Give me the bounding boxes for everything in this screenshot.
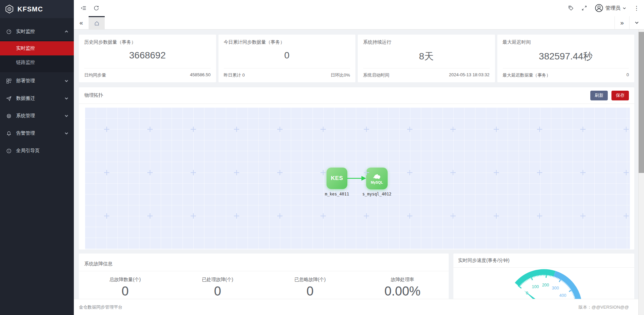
gear-icon [6,113,12,119]
grid-plus-mark [277,213,283,219]
stat-footer-label: 昨日累计 0 [224,72,245,78]
grid-plus-mark [320,213,326,219]
sidebar-item-label: 告警管理 [16,130,64,136]
grid-plus-mark [191,170,196,175]
grid-plus-mark [234,213,239,219]
refresh-icon[interactable] [93,5,99,11]
grid-plus-mark [277,170,283,175]
avatar [595,4,603,12]
fault-stat-total: 总故障数量(个) 0 [79,277,171,299]
sidebar-item-label: 数据搬迁 [16,95,64,101]
stat-footer-label: 系统启动时间 [363,72,389,78]
more-options-icon[interactable]: ⋮ [634,5,639,11]
grid-plus-mark [580,170,586,175]
sync-speed-gauge: 0100200300400 [453,268,634,299]
scrollbar-thumb[interactable] [639,32,644,173]
fullscreen-icon[interactable] [581,5,587,11]
home-icon [94,20,100,26]
tabs-scroll-right-button[interactable]: » [614,16,629,29]
sidebar-item-data-migration[interactable]: 数据搬迁 [0,90,74,107]
topology-panel: 物理拓扑 刷新 保存 KES MySQL m_kes_4011 [79,87,634,250]
node-kes-badge: KES [331,175,343,182]
sidebar-item-label: 实时监控 [16,29,64,35]
grid-plus-mark [320,127,326,132]
node-mysql[interactable]: MySQL [366,168,388,189]
stat-value: 3668692 [84,50,211,68]
fault-stat-label: 总故障数量(个) [79,277,171,283]
tabs-menu-button[interactable] [629,16,644,29]
speedometer-icon [6,29,12,35]
fault-stat-value: 0 [171,284,264,299]
tag-icon[interactable] [568,5,574,11]
grid-plus-mark [234,170,239,175]
chevron-up-icon [64,30,68,34]
grid-plus-mark [624,213,629,219]
grid-plus-mark [537,170,542,175]
grid-plus-mark [407,170,412,175]
grid-plus-mark [580,213,586,219]
sidebar-item-deploy-manage[interactable]: 部署管理 [0,72,74,90]
sidebar-subitem-link-monitor[interactable]: 链路监控 [0,55,74,70]
stat-value: 382597.44秒 [503,50,629,68]
footer-version: 版本：@@VERSION@@ [579,304,629,310]
grid-plus-mark [147,127,153,132]
tabs-scroll-left-button[interactable]: « [74,16,89,29]
chevron-down-icon [64,131,68,135]
svg-text:200: 200 [542,283,549,287]
collapse-menu-icon[interactable] [81,5,87,11]
sidebar-subitem-realtime-monitor[interactable]: 实时监控 [0,41,74,55]
sidebar-subitem-label: 链路监控 [16,59,35,65]
fault-stat-value: 0 [79,284,171,299]
user-menu[interactable]: 管理员 [595,4,626,12]
fault-info-panel: 系统故障信息 总故障数量(个) 0 已处理故障(个) 0 已忽略故障(个) 0 … [79,254,449,299]
bell-icon [6,131,12,136]
fault-stat-label: 已忽略故障(个) [264,277,356,283]
grid-plus-mark [450,213,456,219]
stat-title: 最大延迟时间 [503,39,629,45]
chevron-down-icon [635,20,639,25]
grid-plus-mark [191,127,196,132]
sidebar-item-label: 全局引导页 [16,148,68,154]
grid-plus-mark [104,170,109,175]
grid-plus-mark [104,127,109,132]
svg-text:300: 300 [552,286,559,290]
tab-home[interactable] [89,16,105,29]
stat-footer-value: 458586.50 [190,72,210,78]
fault-stat-handled: 已处理故障(个) 0 [171,277,264,299]
sidebar-item-realtime-monitor[interactable]: 实时监控 [0,23,74,40]
topology-canvas[interactable]: KES MySQL m_kes_4011 s_mysql_4012 [85,107,630,249]
gauge-chart: 0100200300400 [487,268,601,299]
fault-panel-title: 系统故障信息 [84,261,112,267]
stat-cards-row: 历史同步数据量（事务） 3668692 日均同步量 458586.50 今日累计… [79,35,634,82]
stat-footer-value: 2024-05-13 18:03:32 [449,72,490,78]
grid-plus-mark [234,127,239,132]
sidebar: KFSMC 实时监控 实时监控 链路监控 部署管理 [0,0,74,315]
svg-text:400: 400 [559,293,566,298]
stat-card-history-sync: 历史同步数据量（事务） 3668692 日均同步量 458586.50 [79,35,216,82]
grid-plus-mark [494,127,499,132]
save-button[interactable]: 保存 [611,91,629,100]
grid-plus-mark [407,213,412,219]
mysql-dolphin-icon [373,173,381,181]
node-kes-label: m_kes_4011 [320,192,354,196]
fault-stat-ignored: 已忽略故障(个) 0 [264,277,356,299]
app-logo: KFSMC [0,0,74,18]
node-kes[interactable]: KES [327,168,347,189]
refresh-button[interactable]: 刷新 [590,91,608,100]
footer-platform-name: 金仓数据同步管理平台 [79,304,122,310]
sidebar-item-alarm-manage[interactable]: 告警管理 [0,125,74,142]
sidebar-item-system-manage[interactable]: 系统管理 [0,107,74,125]
grid-plus-mark [364,213,369,219]
appstore-add-icon [6,78,12,84]
sync-speed-title: 实时同步速度(事务/分钟) [458,258,509,264]
stat-title: 今日累计同步数据量（事务） [224,39,350,45]
sidebar-subitem-label: 实时监控 [16,45,35,51]
fault-stat-label: 故障处理率 [356,277,449,283]
grid-plus-mark [364,170,369,175]
sync-speed-panel: 实时同步速度(事务/分钟) 0100200300400 [453,254,634,299]
grid-plus-mark [147,170,153,175]
stat-footer-value: 日环比0% [331,72,350,78]
sidebar-item-global-guide[interactable]: 全局引导页 [0,142,74,160]
vertical-scrollbar[interactable] [638,30,644,315]
chevron-down-icon [64,96,68,100]
